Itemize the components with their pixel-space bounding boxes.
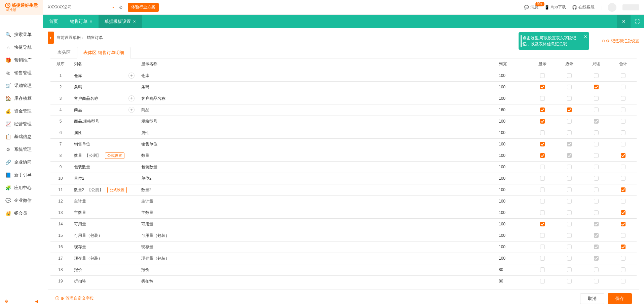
- sidebar-item-11[interactable]: 📘新手引导: [0, 169, 43, 181]
- sidebar-item-9[interactable]: ⚙系统管理: [0, 143, 43, 156]
- save-button[interactable]: 保存: [608, 293, 632, 304]
- cell-width[interactable]: 100: [495, 195, 529, 207]
- sidebar-item-7[interactable]: 📈经营管理: [0, 118, 43, 130]
- checkbox[interactable]: [540, 119, 545, 124]
- checkbox[interactable]: [567, 199, 572, 204]
- checkbox[interactable]: [594, 142, 599, 146]
- subtab-1[interactable]: 表体区-销售订单明细: [77, 47, 130, 58]
- messages-button[interactable]: 💬 消息 99+: [524, 4, 538, 10]
- checkbox[interactable]: [567, 210, 572, 215]
- memory-settings-link[interactable]: ⚙ 记忆和汇总设置: [602, 38, 639, 44]
- cell-width[interactable]: 100: [495, 173, 529, 184]
- checkbox[interactable]: [567, 233, 572, 238]
- checkbox[interactable]: [540, 107, 545, 112]
- checkbox[interactable]: [540, 267, 545, 272]
- cell-width[interactable]: 80: [495, 275, 529, 287]
- cell-width[interactable]: 100: [495, 150, 529, 161]
- checkbox[interactable]: [621, 119, 626, 124]
- checkbox[interactable]: [621, 176, 626, 181]
- company-selector[interactable]: XXXXXX公司 ▾: [48, 4, 114, 10]
- sidebar-item-3[interactable]: 🛍销售管理: [0, 67, 43, 79]
- checkbox[interactable]: [594, 199, 599, 204]
- cell-display[interactable]: 可用量: [138, 218, 495, 230]
- cancel-button[interactable]: 取消: [580, 293, 604, 304]
- avatar[interactable]: [608, 3, 616, 12]
- checkbox[interactable]: [540, 130, 545, 135]
- sidebar-item-14[interactable]: 👑畅会员: [0, 207, 43, 220]
- checkbox[interactable]: [621, 256, 626, 261]
- checkbox[interactable]: [567, 279, 572, 283]
- checkbox[interactable]: [594, 85, 599, 89]
- cell-display[interactable]: 折扣%: [138, 275, 495, 287]
- formula-button[interactable]: 公式设置: [105, 152, 124, 159]
- checkbox[interactable]: [540, 165, 545, 169]
- checkbox[interactable]: [594, 96, 599, 101]
- cell-display[interactable]: 单位2: [138, 173, 495, 184]
- cell-width[interactable]: 100: [495, 218, 529, 230]
- checkbox[interactable]: [621, 165, 626, 169]
- cell-display[interactable]: 客户商品名称: [138, 93, 495, 104]
- checkbox[interactable]: [621, 130, 626, 135]
- cell-width[interactable]: 100: [495, 241, 529, 253]
- cell-width[interactable]: 100: [495, 93, 529, 104]
- checkbox[interactable]: [621, 85, 626, 89]
- cell-width[interactable]: 160: [495, 104, 529, 116]
- checkbox[interactable]: [621, 199, 626, 204]
- checkbox[interactable]: [621, 210, 626, 215]
- tooltip-close-icon[interactable]: ✕: [584, 34, 587, 40]
- cell-display[interactable]: 属性: [138, 127, 495, 138]
- checkbox[interactable]: [540, 256, 545, 261]
- cell-width[interactable]: 100: [495, 116, 529, 127]
- checkbox[interactable]: [621, 267, 626, 272]
- cell-width[interactable]: 100: [495, 207, 529, 218]
- cell-display[interactable]: 规格型号: [138, 116, 495, 127]
- customer-service-button[interactable]: 🎧 在线客服: [572, 4, 595, 10]
- checkbox[interactable]: [567, 119, 572, 124]
- sidebar-item-0[interactable]: 🔍搜索菜单: [0, 28, 43, 41]
- sidebar-settings-icon[interactable]: ⚙: [5, 299, 8, 304]
- checkbox[interactable]: [540, 233, 545, 238]
- checkbox[interactable]: [594, 279, 599, 283]
- checkbox[interactable]: [594, 165, 599, 169]
- checkbox[interactable]: [594, 187, 599, 192]
- cell-display[interactable]: 主数量: [138, 207, 495, 218]
- checkbox[interactable]: [621, 153, 626, 158]
- checkbox[interactable]: [594, 130, 599, 135]
- industry-button[interactable]: 体验行业方案: [128, 3, 159, 12]
- checkbox[interactable]: [567, 85, 572, 89]
- tab-1[interactable]: 销售订单✕: [64, 15, 99, 28]
- cell-width[interactable]: 100: [495, 253, 529, 264]
- checkbox[interactable]: [621, 107, 626, 112]
- sidebar-collapse-icon[interactable]: ◀: [35, 299, 38, 304]
- checkbox[interactable]: [621, 73, 626, 78]
- sidebar-item-12[interactable]: 🧩应用中心: [0, 181, 43, 194]
- table-scroll[interactable]: 顺序 列名 显示名称 列宽 显示 必录 只读 合计 1仓库+仓库1002条码条码…: [50, 58, 637, 290]
- checkbox[interactable]: [621, 96, 626, 101]
- sidebar-item-4[interactable]: 🛒采购管理: [0, 79, 43, 92]
- cell-display[interactable]: 报价: [138, 264, 495, 275]
- sidebar-item-1[interactable]: ⌂快捷导航: [0, 41, 43, 54]
- cell-width[interactable]: 100: [495, 230, 529, 241]
- cell-display[interactable]: 数量2: [138, 184, 495, 195]
- checkbox[interactable]: [621, 142, 626, 146]
- checkbox[interactable]: [621, 279, 626, 283]
- checkbox[interactable]: [621, 233, 626, 238]
- checkbox[interactable]: [540, 153, 545, 158]
- close-icon[interactable]: ✕: [89, 19, 92, 24]
- checkbox[interactable]: [594, 176, 599, 181]
- sidebar-item-13[interactable]: 💬企业微信: [0, 194, 43, 207]
- cell-width[interactable]: 100: [495, 184, 529, 195]
- cell-width[interactable]: 100: [495, 127, 529, 138]
- cell-display[interactable]: 现存量（包装）: [138, 253, 495, 264]
- checkbox[interactable]: [540, 85, 545, 89]
- cell-display[interactable]: 销售单位: [138, 138, 495, 150]
- checkbox[interactable]: [567, 256, 572, 261]
- checkbox[interactable]: [567, 107, 572, 112]
- checkbox[interactable]: [621, 245, 626, 249]
- checkbox[interactable]: [594, 107, 599, 112]
- checkbox[interactable]: [540, 96, 545, 101]
- sidebar-item-5[interactable]: 🏠库存核算: [0, 92, 43, 105]
- sidebar-item-10[interactable]: 🔗企业协同: [0, 156, 43, 169]
- cell-display[interactable]: 现存量: [138, 241, 495, 253]
- plus-icon[interactable]: +: [128, 95, 135, 101]
